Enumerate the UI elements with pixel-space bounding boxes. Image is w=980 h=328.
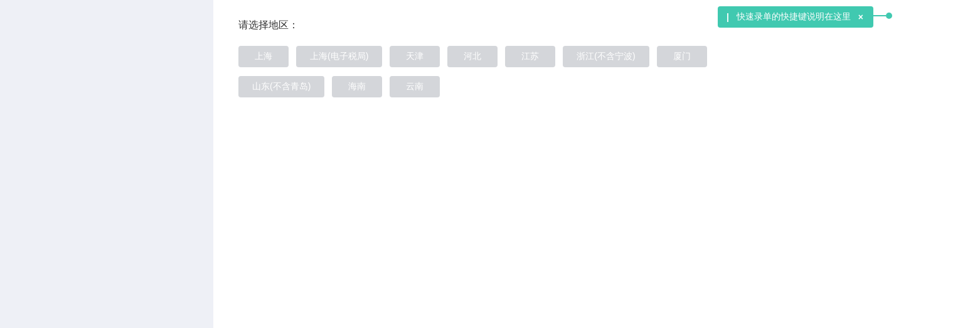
- tooltip-close-button[interactable]: ×: [857, 12, 865, 22]
- region-btn-tianjin[interactable]: 天津: [390, 46, 440, 67]
- tooltip-connector-line: [873, 15, 886, 16]
- tooltip-banner: 快速录单的快捷键说明在这里 ×: [718, 6, 873, 28]
- region-btn-shandong[interactable]: 山东(不含青岛): [238, 76, 324, 97]
- region-btn-hebei[interactable]: 河北: [447, 46, 498, 67]
- region-row-2: 山东(不含青岛)海南云南: [238, 76, 955, 97]
- sidebar: [0, 0, 213, 328]
- region-row-1: 上海上海(电子税局)天津河北江苏浙江(不含宁波)厦门: [238, 46, 955, 67]
- tooltip-connector-dot: [886, 13, 892, 19]
- region-btn-xiamen[interactable]: 厦门: [657, 46, 707, 67]
- tooltip-text: 快速录单的快捷键说明在这里: [737, 11, 851, 23]
- region-btn-shanghai-etax[interactable]: 上海(电子税局): [296, 46, 382, 67]
- region-btn-jiangsu[interactable]: 江苏: [505, 46, 555, 67]
- region-btn-shanghai[interactable]: 上海: [238, 46, 289, 67]
- region-btn-hainan[interactable]: 海南: [332, 76, 382, 97]
- main-content: 快速录单的快捷键说明在这里 × 请选择地区： 上海上海(电子税局)天津河北江苏浙…: [213, 0, 980, 328]
- region-btn-zhejiang[interactable]: 浙江(不含宁波): [563, 46, 649, 67]
- region-btn-yunnan[interactable]: 云南: [390, 76, 440, 97]
